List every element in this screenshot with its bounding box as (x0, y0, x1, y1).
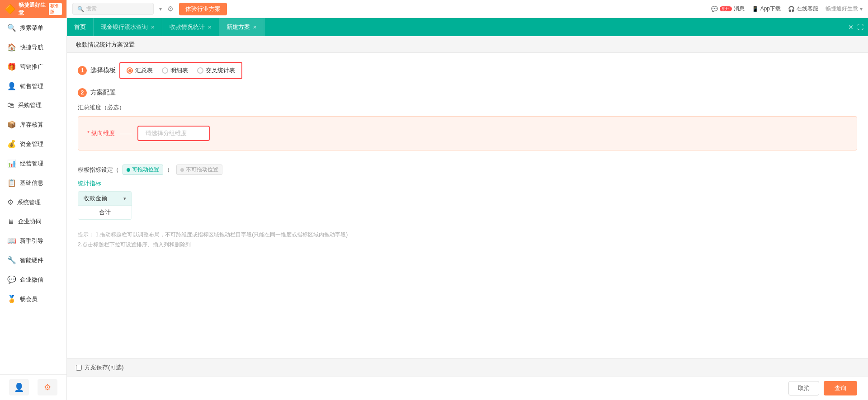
stats-label: 统计指标 (78, 179, 857, 188)
radio-detail[interactable]: 明细表 (162, 66, 188, 75)
stats-table-header-text: 收款金额 (84, 194, 107, 202)
finance-icon: 💰 (7, 140, 16, 148)
sidebar-item-basic-info[interactable]: 📋 基础信息 (0, 173, 66, 193)
sidebar-item-newbie[interactable]: 📖 新手引导 (0, 231, 66, 250)
app-download-icon: 📱 (752, 6, 759, 12)
fixed-label: 不可拖动位置 (186, 166, 218, 174)
sidebar-item-enterprise[interactable]: 🖥 企业协同 (0, 212, 66, 231)
content-body: 1 选择模板 汇总表 明细表 交叉统计表 (67, 53, 868, 358)
tab-receipt-stats-close[interactable]: ✕ (208, 24, 212, 30)
tab-home[interactable]: 首页 (67, 18, 94, 36)
step1-number: 1 (78, 66, 87, 75)
page-title: 收款情况统计方案设置 (76, 41, 859, 52)
sidebar-item-smart-hw[interactable]: 🔧 智能硬件 (0, 250, 66, 270)
stats-table: 收款金额 ▾ 合计 (78, 191, 132, 220)
tips-area: 提示： 1.拖动标题栏可以调整布局，不可跨维度或指标区域拖动栏目字段(只能在同一… (78, 230, 857, 249)
sidebar-item-label: 资金管理 (20, 140, 43, 148)
user-name: 畅捷通好生意 (826, 5, 858, 13)
topbar-dropdown-arrow[interactable]: ▾ (159, 6, 162, 12)
radio-cross-circle (197, 67, 203, 74)
sidebar-item-sales[interactable]: 👤 销售管理 (0, 76, 66, 96)
tips-line2: 2.点击标题栏下拉可设置排序、插入列和删除列 (78, 240, 857, 250)
footer-save-section: 方案保存(可选) (67, 358, 868, 376)
indicator-settings-title: 模板指标设定（ 可拖动位置 ） 不可拖动位置 (78, 165, 857, 175)
dimension-select[interactable]: 请选择分组维度 (137, 126, 210, 141)
sidebar-item-finance[interactable]: 💰 资金管理 (0, 134, 66, 154)
user-name-item[interactable]: 畅捷通好生意 ▾ (826, 5, 863, 13)
online-service-item[interactable]: 🎧 在线客服 (788, 5, 818, 13)
dimension-arrow-icon: —— (120, 130, 132, 137)
tab-receipt-stats-label: 收款情况统计 (170, 23, 205, 31)
fixed-dot (180, 168, 184, 172)
tab-bank-flow[interactable]: 现金银行流水查询 ✕ (94, 18, 162, 36)
inventory-icon: 📦 (7, 120, 16, 129)
stats-table-header: 收款金额 ▾ (78, 192, 132, 206)
tabbar-expand-icon[interactable]: ⛶ (857, 24, 863, 31)
step1-header: 1 选择模板 汇总表 明细表 交叉统计表 (78, 62, 857, 79)
notification-item[interactable]: 💬 99+ 消息 (711, 5, 745, 13)
sidebar-item-enterprise-wechat[interactable]: 💬 企业微信 (0, 270, 66, 289)
tabbar-close-icon[interactable]: ✕ (848, 24, 854, 31)
sales-icon: 👤 (7, 82, 16, 90)
save-checkbox[interactable] (76, 365, 82, 371)
radio-summary-label: 汇总表 (135, 66, 153, 75)
cancel-button[interactable]: 取消 (788, 381, 819, 395)
sidebar-item-label: 快捷导航 (20, 43, 43, 52)
stats-table-cell: 合计 (78, 206, 132, 219)
sidebar-bottom-btn-1[interactable]: 👤 (9, 379, 29, 395)
sidebar-item-member[interactable]: 🏅 畅会员 (0, 289, 66, 309)
sidebar-item-label: 采购管理 (18, 101, 42, 109)
tab-new-plan[interactable]: 新建方案 ✕ (219, 18, 264, 36)
system-icon: ⚙ (7, 198, 14, 207)
sidebar-item-label: 营销推广 (20, 63, 43, 71)
step2-header: 2 方案配置 (78, 88, 857, 97)
tab-bank-flow-close[interactable]: ✕ (151, 24, 155, 30)
app-download-item[interactable]: 📱 App下载 (752, 5, 781, 13)
save-label: 方案保存(可选) (85, 363, 124, 372)
trial-btn[interactable]: 体验行业方案 (179, 3, 227, 15)
sidebar-bottom-btn-2[interactable]: ⚙ (38, 379, 57, 395)
tabbar-actions: ✕ ⛶ (844, 18, 868, 36)
topbar-right: 💬 99+ 消息 📱 App下载 🎧 在线客服 畅捷通好生意 ▾ (711, 5, 863, 13)
movable-badge: 可拖动位置 (123, 165, 163, 175)
stats-table-chevron[interactable]: ▾ (123, 196, 126, 202)
sidebar-bottom: 👤 ⚙ (0, 374, 66, 400)
topbar-search[interactable]: 🔍 搜索 (72, 3, 154, 15)
search-placeholder-text: 搜索 (86, 5, 97, 13)
quick-nav-icon: 🏠 (7, 43, 16, 52)
sidebar-item-label: 销售管理 (20, 82, 43, 90)
vertical-dimension-label: 纵向维度 (87, 129, 115, 137)
sidebar-item-operation[interactable]: 📊 经营管理 (0, 154, 66, 173)
basic-info-icon: 📋 (7, 179, 16, 187)
tab-new-plan-label: 新建方案 (226, 23, 250, 31)
tips-line1: 提示： 1.拖动标题栏可以调整布局，不可跨维度或指标区域拖动栏目字段(只能在同一… (78, 230, 857, 240)
tab-home-label: 首页 (74, 23, 86, 31)
radio-cross[interactable]: 交叉统计表 (197, 66, 235, 75)
sidebar-item-label: 智能硬件 (20, 256, 43, 264)
enterprise-wechat-icon: 💬 (7, 275, 16, 284)
sidebar-item-purchase[interactable]: 🛍 采购管理 (0, 96, 66, 115)
topbar-gear-icon[interactable]: ⚙ (167, 5, 174, 13)
sidebar-item-label: 畅会员 (20, 295, 38, 303)
logo-text: 畅捷通好生意 (19, 1, 46, 17)
step2-title: 方案配置 (90, 89, 116, 97)
tab-receipt-stats[interactable]: 收款情况统计 ✕ (162, 18, 219, 36)
service-icon: 🎧 (788, 6, 795, 12)
radio-summary[interactable]: 汇总表 (127, 66, 153, 75)
movable-label: 可拖动位置 (132, 166, 159, 174)
indicator-settings: 模板指标设定（ 可拖动位置 ） 不可拖动位置 统计指标 (78, 158, 857, 221)
query-button[interactable]: 查询 (824, 381, 857, 395)
operation-icon: 📊 (7, 159, 16, 168)
sidebar-item-quick-nav[interactable]: 🏠 快捷导航 (0, 38, 66, 57)
dimension-area: 纵向维度 —— 请选择分组维度 (78, 116, 857, 151)
sidebar-item-search-menu[interactable]: 🔍 搜索菜单 (0, 18, 66, 38)
sidebar-item-marketing[interactable]: 🎁 营销推广 (0, 57, 66, 76)
tab-new-plan-close[interactable]: ✕ (253, 24, 257, 30)
sidebar-item-system[interactable]: ⚙ 系统管理 (0, 193, 66, 212)
indicator-title-suffix: ） (167, 166, 173, 174)
indicator-title-text: 模板指标设定（ (78, 166, 119, 174)
notification-badge: 99+ (720, 6, 732, 11)
plan-config: 汇总维度（必选） 纵向维度 —— 请选择分组维度 模板指标设定（ (78, 104, 857, 249)
sidebar-item-inventory[interactable]: 📦 库存核算 (0, 115, 66, 134)
step1-title: 选择模板 (90, 66, 116, 75)
